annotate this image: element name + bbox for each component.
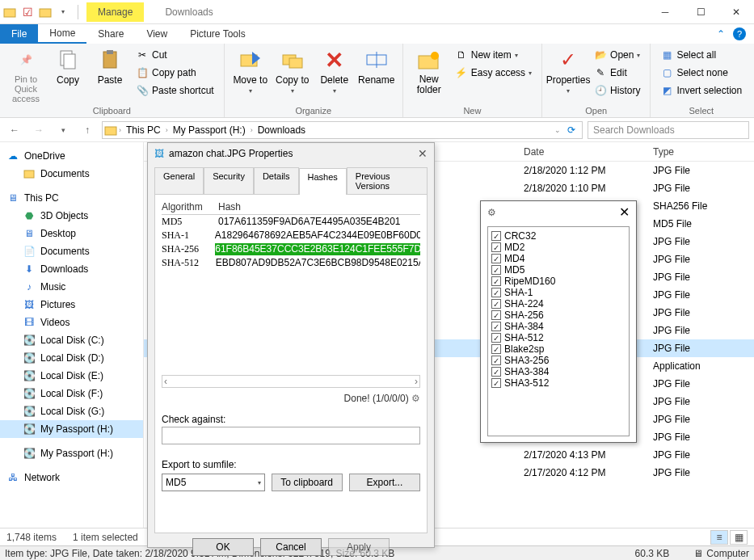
hash-row[interactable]: SHA-1A182964678692AEB5AF4C2344E09E0BF60D… xyxy=(162,229,420,242)
dialog-tab[interactable]: Hashes xyxy=(299,168,347,195)
dialog-tab[interactable]: Details xyxy=(254,167,299,194)
tab-share[interactable]: Share xyxy=(86,24,135,44)
dialog-close-button[interactable]: ✕ xyxy=(418,147,428,160)
close-button[interactable]: ✕ xyxy=(718,0,754,24)
nav-onedrive[interactable]: ☁OneDrive xyxy=(0,147,143,165)
hash-option[interactable]: ✓MD2 xyxy=(491,242,626,253)
new-folder-button[interactable]: New folder xyxy=(410,45,449,97)
crumb-downloads[interactable]: Downloads xyxy=(255,124,309,136)
hash-option[interactable]: ✓SHA-224 xyxy=(491,298,626,309)
move-to-button[interactable]: Move to▾ xyxy=(231,45,270,96)
up-button[interactable]: ↑ xyxy=(78,120,97,140)
ok-button[interactable]: OK xyxy=(192,538,254,556)
hash-option[interactable]: ✓SHA-256 xyxy=(491,309,626,321)
history-button[interactable]: 🕘History xyxy=(591,82,643,99)
hash-option[interactable]: ✓MD5 xyxy=(491,264,626,276)
nav-music[interactable]: ♪Music xyxy=(0,278,143,296)
export-button[interactable]: Export... xyxy=(349,474,420,491)
nav-videos[interactable]: 🎞Videos xyxy=(0,314,143,331)
hash-option[interactable]: ✓CRC32 xyxy=(491,230,626,242)
cancel-button[interactable]: Cancel xyxy=(260,538,322,556)
nav-onedrive-docs[interactable]: Documents xyxy=(0,165,143,183)
nav-disk-g[interactable]: 💽Local Disk (G:) xyxy=(0,402,143,420)
select-all-button[interactable]: ▦Select all xyxy=(657,47,745,63)
tab-picture-tools[interactable]: Picture Tools xyxy=(179,24,256,44)
hash-option[interactable]: ✓SHA3-384 xyxy=(491,366,626,377)
minimize-button[interactable]: ─ xyxy=(647,0,683,24)
horizontal-scrollbar[interactable]: ‹› xyxy=(162,375,420,388)
check-against-input[interactable] xyxy=(162,427,420,444)
column-type[interactable]: Type xyxy=(653,146,750,158)
hash-option[interactable]: ✓SHA3-256 xyxy=(491,355,626,366)
tab-home[interactable]: Home xyxy=(38,24,86,44)
recent-dropdown[interactable]: ▾ xyxy=(53,120,73,140)
breadcrumb[interactable]: › This PC› My Passport (H:)› Downloads ⌄… xyxy=(102,121,583,139)
properties-button[interactable]: ✓Properties▾ xyxy=(549,45,588,96)
forward-button[interactable]: → xyxy=(29,120,48,140)
copy-to-button[interactable]: Copy to▾ xyxy=(273,45,312,96)
crumb-drive[interactable]: My Passport (H:) xyxy=(170,124,249,136)
nav-documents[interactable]: 📄Documents xyxy=(0,242,143,260)
hash-option[interactable]: ✓SHA-1 xyxy=(491,287,626,298)
hash-option[interactable]: ✓Blake2sp xyxy=(491,343,626,355)
nav-downloads[interactable]: ⬇Downloads xyxy=(0,260,143,278)
copy-path-button[interactable]: 📋Copy path xyxy=(133,65,217,81)
dialog-tab[interactable]: General xyxy=(154,167,204,194)
cut-button[interactable]: ✂Cut xyxy=(133,47,217,63)
nav-disk-d[interactable]: 💽Local Disk (D:) xyxy=(0,349,143,367)
dialog-tab[interactable]: Previous Versions xyxy=(347,167,428,194)
hash-row[interactable]: SHA-25661F86B45E37CCC3E2B63E124C1FEE555F… xyxy=(162,242,420,256)
hash-option[interactable]: ✓SHA3-512 xyxy=(491,377,626,389)
hash-option[interactable]: ✓SHA-512 xyxy=(491,332,626,343)
pin-to-quick-access-button[interactable]: 📌Pin to Quick access xyxy=(6,45,45,105)
maximize-button[interactable]: ☐ xyxy=(683,0,718,24)
delete-button[interactable]: ✕Delete▾ xyxy=(315,45,354,96)
easy-access-button[interactable]: ⚡Easy access▾ xyxy=(452,65,535,81)
nav-3d-objects[interactable]: ⬣3D Objects xyxy=(0,207,143,225)
gear-icon[interactable]: ⚙ xyxy=(411,393,420,404)
nav-disk-e[interactable]: 💽Local Disk (E:) xyxy=(0,367,143,385)
help-icon[interactable]: ? xyxy=(733,27,746,40)
hash-option[interactable]: ✓MD4 xyxy=(491,253,626,264)
paste-shortcut-button[interactable]: 📎Paste shortcut xyxy=(133,82,217,99)
hash-row[interactable]: SHA-512EBD807AD9DB52A7C3E6BCB98D9548E021… xyxy=(162,256,420,270)
crumb-dropdown-icon[interactable]: ⌄ xyxy=(554,126,561,134)
nav-network[interactable]: 🖧Network xyxy=(0,469,143,486)
hash-option[interactable]: ✓SHA-384 xyxy=(491,321,626,332)
crumb-this-pc[interactable]: This PC xyxy=(123,124,164,136)
select-none-button[interactable]: ▢Select none xyxy=(657,65,745,81)
qat-dropdown-icon[interactable]: ▾ xyxy=(57,6,70,19)
icons-view-button[interactable]: ▦ xyxy=(730,530,748,545)
to-clipboard-button[interactable]: To clipboard xyxy=(272,474,343,491)
column-date[interactable]: Date xyxy=(524,146,653,158)
dialog-tab[interactable]: Security xyxy=(204,167,254,194)
tab-file[interactable]: File xyxy=(0,24,38,44)
details-view-button[interactable]: ≡ xyxy=(710,530,728,545)
copy-button[interactable]: Copy xyxy=(48,45,87,87)
nav-disk-h[interactable]: 💽My Passport (H:) xyxy=(0,420,143,438)
rename-button[interactable]: Rename xyxy=(357,45,396,87)
back-button[interactable]: ← xyxy=(5,120,24,140)
nav-this-pc[interactable]: 🖥This PC xyxy=(0,189,143,207)
qat-checkbox-icon[interactable]: ☑ xyxy=(21,6,34,19)
search-input[interactable]: Search Downloads xyxy=(588,121,749,139)
new-item-button[interactable]: 🗋New item▾ xyxy=(452,47,535,63)
export-format-select[interactable]: MD5▾ xyxy=(162,474,265,491)
nav-disk-f[interactable]: 💽Local Disk (F:) xyxy=(0,385,143,402)
invert-selection-button[interactable]: ◩Invert selection xyxy=(657,82,745,99)
nav-pictures[interactable]: 🖼Pictures xyxy=(0,296,143,314)
tab-view[interactable]: View xyxy=(135,24,179,44)
open-button[interactable]: 📂Open▾ xyxy=(591,47,643,63)
refresh-button[interactable]: ⟳ xyxy=(562,124,580,136)
hash-row[interactable]: MD5017A611359F9AD6A7E4495A035E4B201 xyxy=(162,215,420,229)
apply-button[interactable]: Apply xyxy=(328,538,390,556)
nav-disk-c[interactable]: 💽Local Disk (C:) xyxy=(0,331,143,349)
ribbon-collapse-icon[interactable]: ⌃ xyxy=(717,28,725,40)
nav-desktop[interactable]: 🖥Desktop xyxy=(0,225,143,242)
nav-disk-h2[interactable]: 💽My Passport (H:) xyxy=(0,444,143,462)
qat-folder-icon[interactable] xyxy=(39,6,52,19)
edit-button[interactable]: ✎Edit xyxy=(591,65,643,81)
paste-button[interactable]: Paste xyxy=(91,45,129,87)
popup-close-button[interactable]: ✕ xyxy=(619,204,630,220)
hash-option[interactable]: ✓RipeMD160 xyxy=(491,276,626,287)
